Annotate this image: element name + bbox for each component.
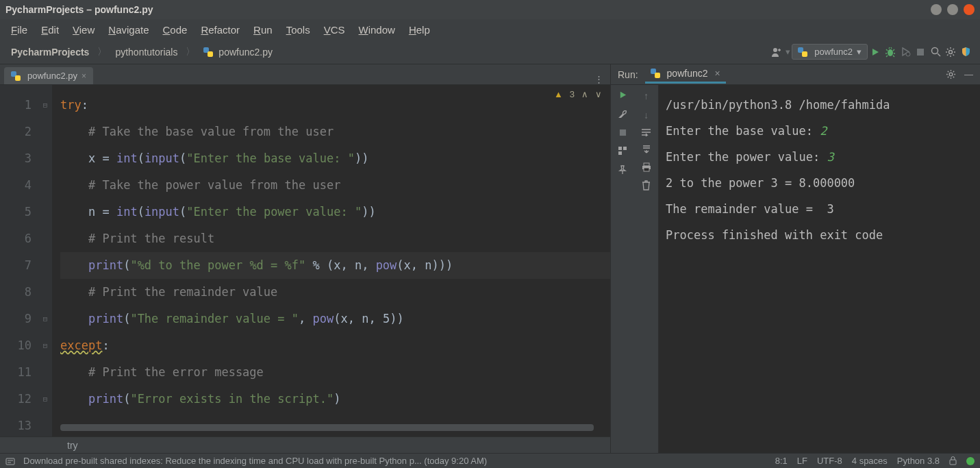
- svg-rect-14: [6, 458, 14, 465]
- code-line[interactable]: # Print the result: [60, 225, 610, 252]
- menu-vcs[interactable]: VCS: [318, 22, 351, 38]
- trash-icon[interactable]: [642, 180, 651, 190]
- run-title: Run:: [618, 69, 638, 80]
- menu-edit[interactable]: Edit: [36, 22, 64, 38]
- svg-point-0: [773, 48, 777, 52]
- console-line: The remainder value = 3: [666, 196, 980, 222]
- code-line[interactable]: n = int(input("Enter the power value: ")…: [60, 199, 610, 225]
- svg-rect-9: [623, 147, 627, 150]
- svg-rect-13: [644, 168, 649, 171]
- menu-help[interactable]: Help: [403, 22, 436, 38]
- menu-navigate[interactable]: Navigate: [103, 22, 154, 38]
- svg-point-5: [949, 50, 953, 53]
- stop-button[interactable]: [913, 45, 928, 60]
- code-line[interactable]: try:: [60, 92, 610, 119]
- rerun-button[interactable]: [618, 90, 627, 99]
- run-toolbar-left: [611, 85, 634, 453]
- menu-tools[interactable]: Tools: [281, 22, 316, 38]
- file-encoding[interactable]: UTF-8: [817, 456, 842, 466]
- chevron-right-icon: 〉: [186, 46, 195, 58]
- stop-icon[interactable]: [619, 129, 627, 136]
- python-interpreter[interactable]: Python 3.8: [897, 456, 940, 466]
- wrench-icon[interactable]: [618, 109, 628, 119]
- python-icon: [798, 47, 807, 57]
- up-icon[interactable]: ↑: [644, 90, 649, 101]
- breadcrumb-file-label: powfunc2.py: [218, 47, 273, 58]
- close-icon[interactable]: ×: [715, 68, 720, 79]
- python-icon: [651, 69, 660, 78]
- coverage-button[interactable]: [898, 45, 913, 60]
- more-icon[interactable]: ⋮: [594, 74, 603, 84]
- scroll-to-end-icon[interactable]: [642, 145, 651, 154]
- dropdown-arrow-icon[interactable]: ▾: [786, 47, 790, 57]
- editor-tab-powfunc2[interactable]: powfunc2.py ×: [4, 67, 93, 84]
- settings-icon[interactable]: [943, 45, 958, 60]
- console-line: Enter the power value: 3: [666, 144, 980, 170]
- code-line[interactable]: print("The remainder value = ", pow(x, n…: [60, 306, 610, 332]
- down-icon[interactable]: ↓: [644, 110, 649, 121]
- code-editor[interactable]: 12345678910111213 ⊟⊟⊟⊟ ▲ 3 ∧ ∨ try: # Ta…: [0, 85, 610, 436]
- horizontal-scrollbar[interactable]: [60, 424, 594, 431]
- code-line[interactable]: # Take the power value from the user: [60, 172, 610, 199]
- fold-column[interactable]: ⊟⊟⊟⊟: [38, 85, 52, 436]
- lock-icon[interactable]: [949, 456, 957, 465]
- menu-code[interactable]: Code: [158, 22, 193, 38]
- minimize-button[interactable]: [931, 4, 942, 15]
- menu-refactor[interactable]: Refactor: [195, 22, 245, 38]
- editor-pane: powfunc2.py × ⋮ 12345678910111213 ⊟⊟⊟⊟ ▲…: [0, 64, 610, 453]
- console-output[interactable]: /usr/bin/python3.8 /home/fahmidaEnter th…: [659, 85, 980, 453]
- maximize-button[interactable]: [947, 4, 958, 15]
- breadcrumb-file[interactable]: powfunc2.py: [199, 44, 277, 60]
- svg-rect-11: [644, 163, 649, 166]
- console-line: Enter the base value: 2: [666, 118, 980, 144]
- run-button[interactable]: [868, 45, 883, 60]
- breadcrumb-root[interactable]: PycharmProjects: [7, 44, 93, 60]
- chevron-down-icon: ▾: [857, 47, 862, 57]
- print-icon[interactable]: [642, 162, 651, 172]
- run-config-selector[interactable]: powfunc2 ▾: [792, 44, 868, 60]
- menu-view[interactable]: View: [67, 22, 100, 38]
- warning-count: 3: [570, 89, 575, 99]
- main-split: powfunc2.py × ⋮ 12345678910111213 ⊟⊟⊟⊟ ▲…: [0, 64, 980, 453]
- menu-file[interactable]: File: [5, 22, 33, 38]
- menu-window[interactable]: Window: [353, 22, 401, 38]
- pin-icon[interactable]: [618, 165, 627, 175]
- menu-run[interactable]: Run: [248, 22, 278, 38]
- code-breadcrumb[interactable]: try: [0, 436, 610, 453]
- debug-button[interactable]: [883, 45, 898, 60]
- code-line[interactable]: except:: [60, 332, 610, 359]
- run-header: Run: powfunc2 × —: [611, 64, 980, 85]
- console-line: Process finished with exit code: [666, 222, 980, 248]
- soft-wrap-icon[interactable]: [641, 129, 651, 136]
- status-message[interactable]: Download pre-built shared indexes: Reduc…: [23, 456, 487, 466]
- title-bar: PycharmProjects – powfunc2.py: [0, 0, 980, 19]
- down-arrow-icon[interactable]: ∨: [595, 89, 602, 99]
- code-line[interactable]: x = int(input("Enter the base value: ")): [60, 145, 610, 172]
- breadcrumb-folder[interactable]: pythontutorials: [111, 44, 181, 60]
- layout-icon[interactable]: [618, 146, 627, 156]
- caret-position[interactable]: 8:1: [775, 456, 788, 466]
- line-separator[interactable]: LF: [797, 456, 807, 466]
- gear-icon[interactable]: [946, 69, 956, 79]
- chevron-right-icon: 〉: [97, 46, 107, 58]
- close-icon[interactable]: ×: [81, 71, 86, 81]
- shield-icon[interactable]: [958, 45, 973, 60]
- close-button[interactable]: [964, 4, 975, 15]
- add-user-icon[interactable]: [769, 45, 784, 60]
- up-arrow-icon[interactable]: ∧: [581, 89, 588, 99]
- code-line[interactable]: # Take the base value from the user: [60, 119, 610, 145]
- code-line[interactable]: print("%d to the power %d = %f" % (x, n,…: [60, 252, 610, 279]
- code-line[interactable]: print("Error exists in the script."): [60, 386, 610, 412]
- code-line[interactable]: # Print the remainder value: [60, 279, 610, 306]
- search-icon[interactable]: [928, 45, 943, 60]
- run-tab[interactable]: powfunc2 ×: [645, 65, 726, 84]
- code-lines[interactable]: ▲ 3 ∧ ∨ try: # Take the base value from …: [52, 85, 610, 436]
- gutter: 12345678910111213: [0, 85, 38, 436]
- events-icon[interactable]: [5, 456, 15, 466]
- hide-icon[interactable]: —: [964, 69, 973, 79]
- indent-setting[interactable]: 4 spaces: [852, 456, 888, 466]
- code-line[interactable]: # Print the error message: [60, 359, 610, 386]
- status-indicator-icon[interactable]: [966, 457, 975, 465]
- inspection-widget[interactable]: ▲ 3 ∧ ∨: [554, 89, 602, 99]
- svg-point-4: [931, 48, 938, 54]
